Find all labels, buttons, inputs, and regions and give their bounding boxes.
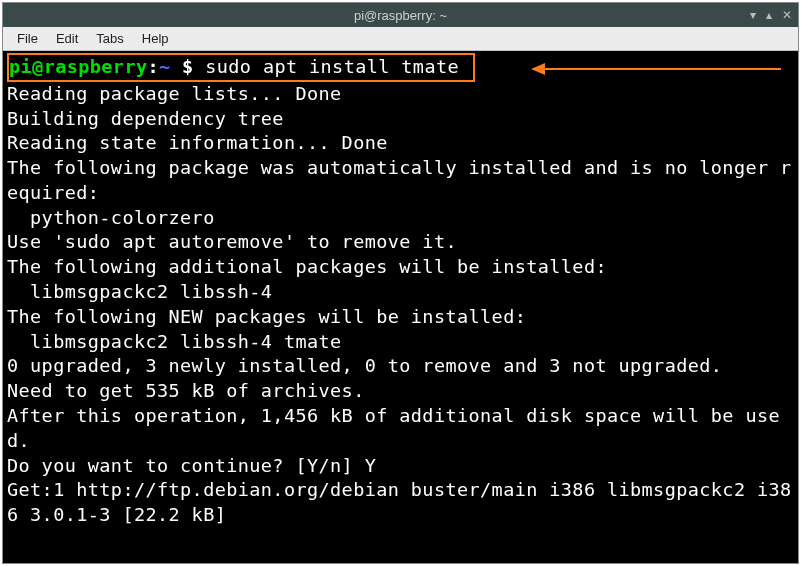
output-line: libmsgpackc2 libssh-4 tmate	[7, 331, 342, 352]
annotation-arrow-icon	[531, 59, 791, 79]
prompt-dollar: $	[171, 56, 206, 77]
svg-marker-1	[531, 63, 545, 75]
terminal-area[interactable]: pi@raspberry:~ $ sudo apt install tmate …	[3, 51, 798, 563]
prompt-host: raspberry	[44, 56, 148, 77]
output-line: Do you want to continue? [Y/n] Y	[7, 455, 376, 476]
menu-edit[interactable]: Edit	[48, 29, 86, 48]
menu-file[interactable]: File	[9, 29, 46, 48]
close-icon[interactable]: ✕	[782, 9, 792, 21]
maximize-icon[interactable]: ▴	[766, 9, 772, 21]
output-line: Need to get 535 kB of archives.	[7, 380, 365, 401]
output-line: The following NEW packages will be insta…	[7, 306, 526, 327]
prompt-colon: :	[147, 56, 159, 77]
output-line: python-colorzero	[7, 207, 215, 228]
menu-help[interactable]: Help	[134, 29, 177, 48]
output-line: After this operation, 1,456 kB of additi…	[7, 405, 780, 451]
prompt-path: ~	[159, 56, 171, 77]
output-line: The following additional packages will b…	[7, 256, 607, 277]
command-text: sudo apt install tmate	[205, 56, 470, 77]
window-title: pi@raspberry: ~	[354, 8, 447, 23]
minimize-icon[interactable]: ▾	[750, 9, 756, 21]
prompt-user: pi	[9, 56, 32, 77]
output-line: Building dependency tree	[7, 108, 284, 129]
output-line: Reading package lists... Done	[7, 83, 342, 104]
menubar: File Edit Tabs Help	[3, 27, 798, 51]
titlebar[interactable]: pi@raspberry: ~ ▾ ▴ ✕	[3, 3, 798, 27]
prompt-at: @	[32, 56, 44, 77]
output-line: Use 'sudo apt autoremove' to remove it.	[7, 231, 457, 252]
output-line: Reading state information... Done	[7, 132, 388, 153]
command-highlight: pi@raspberry:~ $ sudo apt install tmate	[7, 53, 475, 82]
prompt: pi@raspberry:~ $	[9, 56, 205, 77]
output-line: libmsgpackc2 libssh-4	[7, 281, 272, 302]
terminal-window: pi@raspberry: ~ ▾ ▴ ✕ File Edit Tabs Hel…	[2, 2, 799, 564]
titlebar-controls: ▾ ▴ ✕	[750, 9, 792, 21]
menu-tabs[interactable]: Tabs	[88, 29, 131, 48]
output-line: 0 upgraded, 3 newly installed, 0 to remo…	[7, 355, 722, 376]
output-line: Get:1 http://ftp.debian.org/debian buste…	[7, 479, 792, 525]
output-line: The following package was automatically …	[7, 157, 792, 203]
